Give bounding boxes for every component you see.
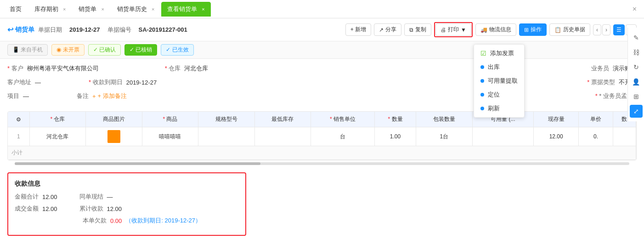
sidebar-rotate-icon[interactable]: ↻: [630, 61, 643, 74]
payment-row-1: 金额合计 12.00 同单现结 —: [15, 193, 239, 201]
dropdown-locate[interactable]: 定位: [474, 88, 524, 102]
dropdown-available-qty[interactable]: 可用量提取: [474, 74, 524, 88]
logistics-button[interactable]: 🚚 物流信息: [475, 23, 516, 36]
tab-view-sales-close[interactable]: ×: [202, 6, 204, 12]
row-available: [472, 127, 533, 146]
col-warehouse: 仓库: [29, 112, 86, 127]
dropdown-add-invoice[interactable]: ☑ 添加发票: [474, 46, 524, 60]
operation-icon: ⊞: [524, 27, 529, 33]
toolbar-row1: ↩ 销货单 单据日期 2019-12-27 单据编号 SA-20191227-0…: [0, 18, 644, 41]
sidebar-link-icon[interactable]: ⛓: [630, 46, 643, 59]
tab-sales-close[interactable]: ×: [101, 6, 104, 12]
sidebar-grid-icon[interactable]: ⊞: [630, 90, 643, 103]
doc-info: 单据日期 2019-12-27 单据编号 SA-20191227-001: [38, 26, 342, 34]
tab-inventory[interactable]: 库存期初 ×: [28, 2, 72, 17]
customer-value: 柳州粤港平安气体有限公司: [27, 64, 99, 73]
sidebar-user-icon[interactable]: 👤: [630, 75, 643, 88]
address-field: 客户地址 —: [7, 78, 41, 86]
print-dropdown-icon: ▼: [461, 27, 466, 33]
col-unit: 销售单位: [311, 112, 375, 127]
prev-button[interactable]: ‹: [593, 24, 601, 35]
tab-view-sales-label: 查看销货单: [167, 5, 197, 13]
phone-icon: 📱: [12, 46, 19, 53]
due-date-field: 收款到期日 2019-12-27: [89, 78, 157, 86]
subtotal-label: 小计: [8, 146, 636, 160]
tab-bar: 首页 库存期初 × 销货单 × 销货单历史 × 查看销货单 × ×: [0, 0, 644, 18]
next-button[interactable]: ›: [602, 24, 610, 35]
form-row-1: 客户 柳州粤港平安气体有限公司 仓库 河北仓库 业务员 演示账号: [7, 64, 637, 73]
warehouse-field: 仓库 河北仓库: [165, 64, 209, 73]
toolbar-actions: + 新增 ↗ 分享 ⧉ 复制 🖨 打印 ▼: [345, 22, 637, 37]
product-image: [107, 130, 120, 143]
effective-button[interactable]: ✓ 已生效: [161, 44, 193, 56]
customer-label: 客户: [7, 64, 23, 73]
sidebar-expand-icon[interactable]: ⤢: [630, 105, 643, 118]
print-button[interactable]: 🖨 打印 ▼: [435, 23, 471, 36]
confirmed-button[interactable]: ✓ 已确认: [88, 44, 121, 56]
copy-button[interactable]: ⧉ 复制: [404, 23, 431, 36]
share-button[interactable]: ↗ 分享: [374, 23, 401, 36]
project-label: 项目: [7, 92, 19, 100]
right-sidebar: ✎ ⛓ ↻ 👤 ⊞ ⤢: [627, 28, 644, 121]
form-row-3: 项目 — 备注 + + 添加备注 * 业务员孟 —: [7, 92, 637, 100]
row-stock: 12.00: [533, 127, 578, 146]
row-pack-qty: 1台: [416, 127, 473, 146]
plus-icon: +: [92, 93, 96, 100]
date-value: 2019-12-27: [69, 26, 100, 33]
refresh-label: 刷新: [488, 104, 500, 113]
col-product: 商品: [142, 112, 198, 127]
form-row-2: 客户地址 — 收款到期日 2019-12-27 票据类型 不开票: [7, 78, 637, 86]
project-value: —: [23, 93, 29, 100]
row-qty: 1.00: [374, 127, 416, 146]
dropdown-refresh[interactable]: 刷新: [474, 102, 524, 115]
tab-home[interactable]: 首页: [4, 2, 28, 17]
new-button[interactable]: + 新增: [345, 23, 371, 36]
tab-sales[interactable]: 销货单 ×: [73, 2, 110, 17]
tab-inventory-close[interactable]: ×: [63, 6, 66, 12]
product-table: ⚙ 仓库 商品图片 商品 规格型号 最低库存 销售单位 数量 包装数量 可用量 …: [8, 112, 636, 160]
same-order-label: 同单现结: [79, 193, 103, 201]
payment-row-3: 本单欠款 0.00 （收款到期日: 2019-12-27）: [15, 217, 239, 225]
tab-sales-history-close[interactable]: ×: [152, 6, 154, 12]
from-phone-button[interactable]: 📱 来自手机: [7, 44, 48, 56]
list-view-button[interactable]: ☰: [613, 24, 625, 35]
main-content: ↩ 销货单 单据日期 2019-12-27 单据编号 SA-20191227-0…: [0, 18, 644, 241]
num-label: 单据编号: [107, 26, 131, 34]
col-min-stock: 最低库存: [254, 112, 311, 127]
due-date-value: 2019-12-27: [126, 79, 157, 86]
available-qty-label: 可用量提取: [488, 77, 518, 85]
deal-amount-item: 成交金额 12.00: [15, 205, 57, 213]
window-close-button[interactable]: ×: [629, 5, 640, 13]
nav-arrows: ‹ ›: [593, 24, 610, 35]
col-qty: 数量: [374, 112, 416, 127]
add-invoice-label: 添加发票: [490, 49, 514, 57]
row-spec: [198, 127, 255, 146]
operation-button[interactable]: ⊞ 操作: [519, 23, 547, 36]
outbound-dot: [480, 65, 484, 69]
history-button[interactable]: 📋 历史单据: [549, 23, 590, 36]
row-img: [86, 127, 142, 146]
canceled-button[interactable]: ✓ 已核销: [124, 44, 157, 56]
tab-view-sales[interactable]: 查看销货单 ×: [161, 2, 210, 17]
tab-sales-history[interactable]: 销货单历史 ×: [111, 2, 160, 17]
due-text: （收款到期日: 2019-12-27）: [125, 217, 201, 225]
dropdown-outbound[interactable]: 出库: [474, 60, 524, 74]
col-spec: 规格型号: [198, 112, 255, 127]
total-value: 12.00: [42, 194, 57, 200]
form-area: 客户 柳州粤港平安气体有限公司 仓库 河北仓库 业务员 演示账号 客户地址 —: [0, 59, 644, 111]
col-settings[interactable]: ⚙: [8, 112, 29, 127]
cancel-icon: ✓: [130, 46, 134, 53]
product-table-container: ⚙ 仓库 商品图片 商品 规格型号 最低库存 销售单位 数量 包装数量 可用量 …: [7, 111, 637, 160]
not-open-button[interactable]: ◉ 未开票: [51, 44, 84, 56]
deal-label: 成交金额: [15, 205, 39, 213]
owe-value: 0.00: [110, 217, 122, 224]
ticket-label: 票据类型: [587, 78, 615, 86]
scroll-bar[interactable]: [7, 162, 637, 165]
tab-sales-history-label: 销货单历史: [117, 5, 147, 13]
staff-label: 业务员: [591, 64, 609, 73]
doc-type-label: 销货单: [15, 26, 34, 34]
sidebar-edit-icon[interactable]: ✎: [630, 31, 643, 44]
available-qty-dot: [480, 79, 484, 83]
add-note-button[interactable]: + + 添加备注: [92, 92, 127, 100]
col-pack-qty: 包装数量: [416, 112, 473, 127]
